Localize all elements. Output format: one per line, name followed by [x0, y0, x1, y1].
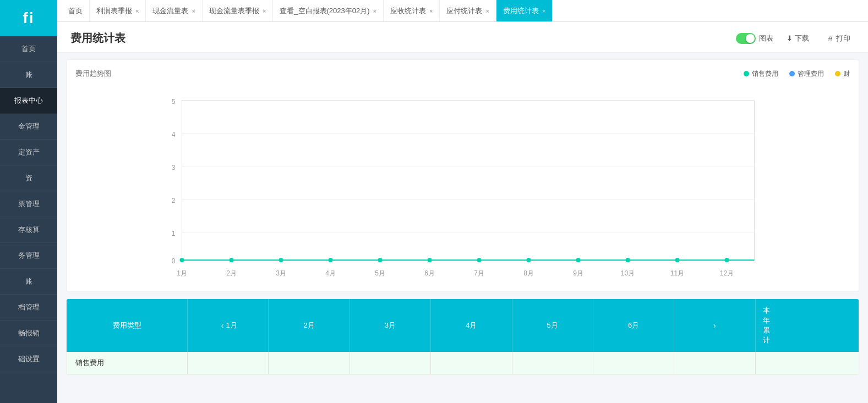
td-nav	[674, 352, 755, 374]
svg-text:10月: 10月	[621, 269, 635, 277]
sidebar-item-inventory[interactable]: 存核算	[0, 217, 57, 243]
svg-text:5: 5	[172, 98, 176, 106]
sidebar-item-assets[interactable]: 定资产	[0, 140, 57, 165]
data-point	[279, 258, 283, 262]
print-button[interactable]: 🖨 打印	[822, 31, 855, 46]
legend-label-admin: 管理费用	[798, 69, 824, 79]
chart-legend: 销售费用 管理费用 财	[744, 69, 850, 79]
toggle-track[interactable]	[736, 33, 756, 44]
data-point	[428, 258, 432, 262]
data-point	[378, 258, 383, 262]
tab-blank-report[interactable]: 查看_空白报表(2023年02月) ×	[273, 0, 384, 22]
td-m2	[269, 352, 350, 374]
sidebar-item-salary[interactable]: 资	[0, 165, 57, 191]
data-point	[576, 258, 581, 262]
main-area: 首页 利润表季报 × 现金流量表 × 现金流量表季报 × 查看_空白报表(202…	[57, 0, 868, 403]
toggle-thumb	[746, 34, 755, 43]
tab-bar: 首页 利润表季报 × 现金流量表 × 现金流量表季报 × 查看_空白报表(202…	[57, 0, 868, 22]
svg-text:9月: 9月	[573, 269, 583, 277]
svg-text:3月: 3月	[276, 269, 286, 277]
close-tab-cashflow-quarter[interactable]: ×	[263, 8, 266, 14]
svg-text:6月: 6月	[424, 269, 435, 277]
page-title: 费用统计表	[70, 31, 125, 46]
page-header: 费用统计表 图表 ⬇ 下载 🖨 打印	[57, 22, 868, 53]
close-tab-receivable[interactable]: ×	[429, 8, 433, 14]
data-point	[725, 258, 729, 262]
legend-admin: 管理费用	[789, 69, 824, 79]
table-row: 销售费用	[67, 352, 859, 374]
chart-section: 费用趋势图 销售费用 管理费用 财	[66, 59, 859, 292]
close-tab-payable[interactable]: ×	[485, 8, 489, 14]
svg-text:7月: 7月	[474, 269, 484, 277]
svg-text:4: 4	[172, 131, 176, 139]
print-icon: 🖨	[827, 34, 834, 42]
prev-arrow[interactable]: ‹	[221, 321, 224, 330]
sidebar-item-settings[interactable]: 础设置	[0, 346, 57, 372]
data-point	[626, 258, 630, 262]
tab-profit-quarter[interactable]: 利润表季报 ×	[90, 0, 146, 22]
th-m1: ‹ 1月	[188, 299, 269, 352]
data-point	[675, 258, 680, 262]
sidebar-item-reports[interactable]: 报表中心	[0, 88, 57, 114]
tab-receivable[interactable]: 应收统计表 ×	[384, 0, 440, 22]
svg-text:4月: 4月	[325, 269, 336, 277]
sidebar-item-expense[interactable]: 畅报销	[0, 321, 57, 346]
tab-cashflow-quarter[interactable]: 现金流量表季报 ×	[203, 0, 273, 22]
svg-text:1: 1	[172, 230, 176, 238]
close-tab-cashflow[interactable]: ×	[192, 8, 195, 14]
td-m6	[593, 352, 674, 374]
svg-text:1月: 1月	[177, 269, 187, 277]
print-label: 打印	[836, 34, 850, 43]
sidebar-item-invoice[interactable]: 票管理	[0, 191, 57, 217]
download-icon: ⬇	[787, 34, 793, 42]
td-type: 销售费用	[67, 352, 188, 374]
close-tab-blank-report[interactable]: ×	[373, 8, 376, 14]
tab-home[interactable]: 首页	[62, 0, 90, 22]
sidebar-item-home[interactable]: 首页	[0, 36, 57, 62]
th-total: 本年累计	[756, 299, 778, 352]
svg-text:2月: 2月	[226, 269, 237, 277]
th-m4: 4月	[431, 299, 512, 352]
legend-dot-admin	[789, 71, 795, 76]
chart-toggle[interactable]: 图表	[736, 33, 773, 44]
sidebar-item-fund[interactable]: 金管理	[0, 114, 57, 140]
download-button[interactable]: ⬇ 下载	[782, 31, 814, 46]
th-m3: 3月	[350, 299, 431, 352]
sidebar-item-ledger[interactable]: 账	[0, 269, 57, 295]
td-m4	[431, 352, 512, 374]
table-header: 费用类型 ‹ 1月 2月 3月 4月 5月 6月 › 本年累计	[67, 299, 859, 352]
sidebar-item-account[interactable]: 账	[0, 62, 57, 88]
svg-text:8月: 8月	[523, 269, 534, 277]
td-m1	[188, 352, 269, 374]
tab-expense[interactable]: 费用统计表 ×	[496, 0, 553, 22]
sidebar: fi 首页 账 报表中心 金管理 定资产 资 票管理 存核算 务管理 账 档管理…	[0, 0, 57, 403]
sidebar-item-service[interactable]: 务管理	[0, 243, 57, 269]
svg-text:2: 2	[172, 197, 176, 205]
td-m3	[350, 352, 431, 374]
legend-label-finance: 财	[843, 69, 850, 79]
download-label: 下载	[795, 34, 809, 43]
tab-payable[interactable]: 应付统计表 ×	[440, 0, 496, 22]
svg-text:11月: 11月	[670, 269, 684, 277]
chart-title: 费用趋势图	[75, 69, 111, 79]
chart-container: 5 4 3 2 1 0	[75, 83, 850, 283]
table-section: 费用类型 ‹ 1月 2月 3月 4月 5月 6月 › 本年累计 销售费用	[66, 299, 859, 375]
legend-label-sales: 销售费用	[752, 69, 778, 79]
legend-dot-finance	[835, 71, 840, 76]
tab-cashflow[interactable]: 现金流量表 ×	[146, 0, 202, 22]
data-point	[180, 258, 184, 262]
sidebar-item-archive[interactable]: 档管理	[0, 295, 57, 321]
td-total	[756, 352, 778, 374]
th-type: 费用类型	[67, 299, 188, 352]
th-nav-next[interactable]: ›	[674, 299, 755, 352]
svg-rect-12	[182, 101, 755, 260]
legend-sales: 销售费用	[744, 69, 778, 79]
legend-finance: 财	[835, 69, 850, 79]
close-tab-profit-quarter[interactable]: ×	[135, 8, 139, 14]
data-point	[329, 258, 333, 262]
close-tab-expense[interactable]: ×	[542, 8, 545, 14]
th-m5: 5月	[512, 299, 593, 352]
next-arrow[interactable]: ›	[713, 321, 716, 330]
svg-text:12月: 12月	[720, 269, 734, 277]
data-point	[230, 258, 234, 262]
